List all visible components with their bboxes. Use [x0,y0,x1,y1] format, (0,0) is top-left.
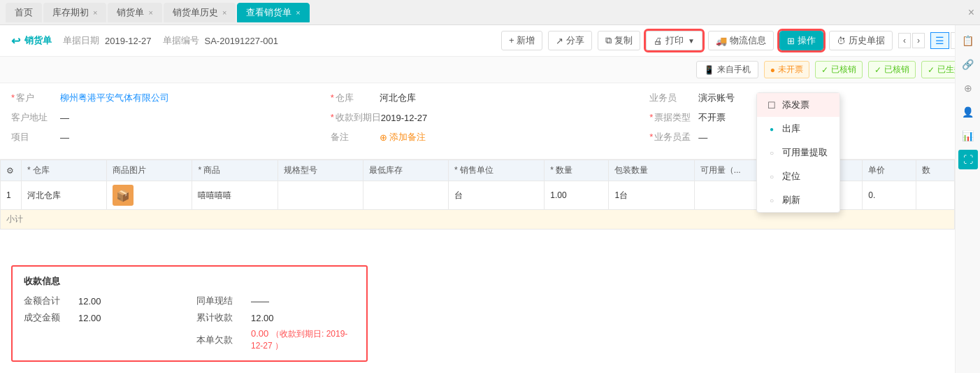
doc-date-value: 2019-12-27 [105,36,152,46]
doc-number-label: 单据编号 [163,34,199,47]
out-warehouse-item[interactable]: ● 出库 [757,117,840,141]
col-qty: * 数量 [545,160,609,181]
operations-dropdown: ☐ 添发票 ● 出库 ○ 可用量提取 ○ 定位 ○ 刷新 [756,92,840,213]
col-extra: 数 [916,160,955,181]
prev-button[interactable]: ‹ [898,33,911,48]
col-warehouse: * 仓库 [22,160,107,181]
col-unit: * 销售单位 [449,160,545,181]
add-invoice-item[interactable]: ☐ 添发票 [757,93,840,117]
available-qty-item[interactable]: ○ 可用量提取 [757,141,840,164]
row-unit: 台 [449,181,545,210]
same-order-row: 同单现结 —— [196,295,355,307]
project-label: 项目 [11,131,60,143]
add-invoice-label: 添发票 [782,99,809,111]
cancelled-icon: ✓ [874,65,881,75]
next-button[interactable]: › [912,33,925,48]
doc-type-icon: ↩ [11,34,20,48]
sidebar-icon-4[interactable]: 👤 [958,102,978,122]
not-open-badge: ● 未开票 [764,61,809,78]
doc-type-title: ↩ 销货单 [11,34,52,48]
empty-cell [24,328,182,352]
payment-date-field: 收款到期日 2019-12-27 [331,111,650,124]
copy-button[interactable]: ⧉ 复制 [598,31,640,50]
add-note-btn[interactable]: ⊕ 添加备注 [380,131,426,143]
history-button[interactable]: ⏱ 历史单据 [829,31,893,50]
warehouse-field: 仓库 河北仓库 [331,92,650,104]
row-image: 📦 [107,181,192,210]
row-warehouse: 河北仓库 [22,181,107,210]
note-label: 备注 [331,131,380,143]
staff-label: 业务员 [649,92,698,104]
sidebar-icon-5[interactable]: 📊 [958,126,978,146]
payment-date-value: 2019-12-27 [381,113,428,123]
warehouse-label: 仓库 [331,92,380,104]
row-price: 0. [863,181,916,210]
operations-icon: ⊞ [787,36,795,46]
customer-value[interactable]: 柳州粤港平安气体有限公司 [60,92,169,104]
tab-sales-label: 销货单 [117,6,144,19]
cumulative-row: 累计收款 12.00 [196,311,355,324]
refresh-label: 刷新 [782,194,800,206]
refresh-icon: ○ [767,195,777,205]
tab-view-sales[interactable]: 查看销货单 × [237,3,309,22]
col-spec: 规格型号 [278,160,363,181]
list-view-btn[interactable]: ☰ [930,32,949,49]
main-content: ↩ 销货单 单据日期 2019-12-27 单据编号 SA-20191227-0… [0,25,980,373]
locate-item[interactable]: ○ 定位 [757,164,840,188]
doc-date-info: 单据日期 2019-12-27 [63,34,152,47]
tab-view-sales-close[interactable]: × [296,8,300,17]
tab-sales[interactable]: 销货单 × [108,3,161,22]
history-icon: ⏱ [837,36,846,46]
share-icon: ↗ [556,36,563,46]
payment-date-label: 收款到期日 [331,111,381,124]
tab-sales-close[interactable]: × [148,8,152,17]
effective-icon: ✓ [928,65,935,75]
sidebar-icon-1[interactable]: 📋 [958,31,978,50]
tab-inventory[interactable]: 库存期初 × [43,3,106,22]
staff-value: 演示账号 [698,92,735,104]
sidebar-icon-2[interactable]: 🔗 [958,55,978,74]
project-field: 项目 — [11,131,331,143]
doc-type-label: 销货单 [24,34,52,47]
add-invoice-icon: ☐ [767,100,777,110]
staff2-value: — [698,132,707,143]
logistics-icon: 🚚 [716,36,727,46]
same-order-value: —— [251,296,269,307]
project-value: — [60,132,69,143]
customer-field: 客户 柳州粤港平安气体有限公司 [11,92,331,104]
total-value: 12.00 [78,296,101,307]
sidebar-icon-3[interactable]: ⊕ [958,78,978,98]
refresh-item[interactable]: ○ 刷新 [757,188,840,212]
tab-sales-history[interactable]: 销货单历史 × [164,3,236,22]
tab-home[interactable]: 首页 [6,3,42,22]
logistics-button[interactable]: 🚚 物流信息 [708,31,774,50]
from-phone-btn[interactable]: 📱 来自手机 [696,61,758,78]
col-image: 商品图片 [107,160,192,181]
total-label: 金额合计 [24,295,73,307]
payment-section: 收款信息 金额合计 12.00 同单现结 —— 成交金额 12.00 累计收款 … [11,265,368,362]
toolbar-row: 📱 来自手机 ● 未开票 ✓ 已核销 ✓ 已核销 ✓ 已生效 [0,57,980,83]
note-field: 备注 ⊕ 添加备注 [331,131,650,143]
ticket-type-label: 票据类型 [649,111,698,124]
tab-inventory-label: 库存期初 [52,6,89,19]
address-label: 客户地址 [11,111,60,124]
col-settings[interactable]: ⚙ [1,160,22,181]
locate-label: 定位 [782,170,800,183]
payment-grid: 金额合计 12.00 同单现结 —— 成交金额 12.00 累计收款 12.00 [24,295,355,352]
operations-button[interactable]: ⊞ 操作 [779,31,823,50]
window-close-btn[interactable]: × [968,6,974,19]
tab-sales-history-label: 销货单历史 [173,6,218,19]
sidebar-icon-6[interactable]: ⛶ [958,150,978,169]
owed-label: 本单欠款 [196,334,245,346]
tab-sales-history-close[interactable]: × [222,8,226,17]
owed-row: 本单欠款 0.00 （收款到期日: 2019-12-27 ） [196,328,355,352]
tab-inventory-close[interactable]: × [93,8,97,17]
cumulative-label: 累计收款 [196,311,245,324]
share-button[interactable]: ↗ 分享 [548,31,592,50]
staff2-label: 业务员孟 [649,131,698,143]
cumulative-value: 12.00 [251,313,274,323]
new-button[interactable]: + 新增 [501,31,542,50]
confirm-badge: ✓ 已核销 [815,61,863,78]
address-value: — [60,113,69,123]
print-button[interactable]: 🖨 打印 ▼ [646,31,702,50]
